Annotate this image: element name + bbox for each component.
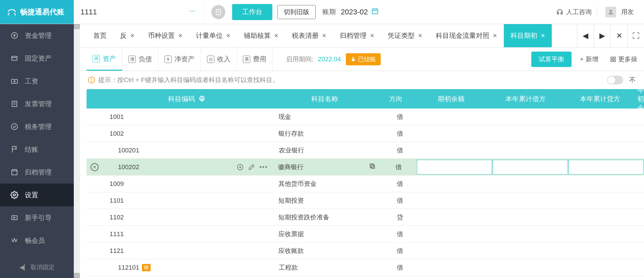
cell-credit[interactable] <box>569 259 644 276</box>
cell-balance[interactable] <box>418 109 493 125</box>
cell-debit[interactable] <box>493 125 569 142</box>
sidebar-item-archive[interactable]: 归档管理 <box>0 161 74 184</box>
cell-balance[interactable] <box>418 242 493 259</box>
cell-balance[interactable] <box>418 226 493 242</box>
tab-0[interactable]: 首页 <box>87 24 113 47</box>
consult-button[interactable]: 人工咨询 <box>556 8 592 16</box>
avatar[interactable] <box>605 7 616 17</box>
tab-expand[interactable]: ⛶ <box>627 24 644 47</box>
cell-balance[interactable] <box>418 176 493 192</box>
table-row[interactable]: 1101 短期投资 借 <box>87 192 644 209</box>
sidebar-item-fund[interactable]: 资金管理 <box>0 24 74 47</box>
more-icon[interactable]: ••• <box>259 163 268 171</box>
cell-credit[interactable] <box>569 160 644 175</box>
delete-icon[interactable]: ✕ <box>91 163 99 171</box>
add-child-icon[interactable] <box>236 163 244 171</box>
close-icon[interactable]: ✕ <box>322 32 326 39</box>
cell-credit[interactable] <box>569 125 644 142</box>
sidebar-item-tax[interactable]: 税务管理 <box>0 115 74 138</box>
sidebar-item-salary[interactable]: 工资 <box>0 70 74 92</box>
tab-close-all[interactable]: ✕ <box>610 24 627 47</box>
close-icon[interactable]: ✕ <box>178 32 182 39</box>
close-icon[interactable]: ✕ <box>418 32 422 39</box>
close-icon[interactable]: ✕ <box>274 32 278 39</box>
table-row[interactable]: 100201 农业银行 借 <box>87 142 644 159</box>
category-tab-1[interactable]: 债负债 <box>122 48 158 71</box>
cell-debit[interactable] <box>493 259 569 276</box>
gear-icon[interactable] <box>198 95 206 102</box>
tab-7[interactable]: 凭证类型✕ <box>381 24 429 47</box>
cell-debit[interactable] <box>493 109 569 125</box>
table-row[interactable]: 1001 现金 借 <box>87 109 644 125</box>
cell-balance[interactable] <box>418 259 493 276</box>
tab-4[interactable]: 辅助核算✕ <box>237 24 285 47</box>
close-icon[interactable]: ✕ <box>130 32 135 39</box>
copy-icon[interactable] <box>369 163 381 171</box>
more-button[interactable]: 更多操 <box>607 55 641 64</box>
cell-credit[interactable] <box>569 142 644 158</box>
unpin-button[interactable]: ◀▏ 取消固定 <box>0 263 74 271</box>
sidebar-item-settings[interactable]: 设置 <box>0 184 74 206</box>
tab-8[interactable]: 科目现金流量对照✕ <box>429 24 504 47</box>
sidebar-scrollbar[interactable] <box>74 24 80 278</box>
cell-debit[interactable] <box>493 160 568 175</box>
trial-balance-button[interactable]: 试算平衡 <box>531 52 572 67</box>
table-row[interactable]: 1002 银行存款 借 <box>87 125 644 142</box>
cell-debit[interactable] <box>493 192 569 209</box>
close-icon[interactable]: ✕ <box>541 32 545 39</box>
cell-balance[interactable] <box>418 209 493 225</box>
sidebar-item-guide[interactable]: 新手引导 <box>0 206 74 229</box>
cell-debit[interactable] <box>493 209 569 225</box>
category-tab-0[interactable]: 商资产 <box>87 48 122 71</box>
close-icon[interactable]: ✕ <box>493 32 497 39</box>
cell-credit[interactable] <box>569 242 644 259</box>
switch-old-button[interactable]: 切到旧版 <box>277 5 316 19</box>
sidebar-item-asset[interactable]: 固定资产 <box>0 47 74 70</box>
sidebar-item-vip[interactable]: 畅会员 <box>0 229 74 252</box>
cell-credit[interactable] <box>569 226 644 242</box>
workspace-button[interactable]: 工作台 <box>232 4 272 20</box>
table-row[interactable]: 1009 其他货币资金 借 <box>87 176 644 192</box>
tab-9[interactable]: 科目期初✕ <box>504 24 552 47</box>
tab-1[interactable]: 反✕ <box>113 24 141 47</box>
row-check[interactable]: ✕ <box>87 163 103 171</box>
sidebar-item-invoice[interactable]: 发票管理 <box>0 92 74 115</box>
tab-6[interactable]: 归档管理✕ <box>333 24 381 47</box>
cell-debit[interactable] <box>493 226 569 242</box>
tab-5[interactable]: 税表清册✕ <box>285 24 333 47</box>
cell-credit[interactable] <box>569 109 644 125</box>
table-row[interactable]: ✕ 100202 ••• 徽商银行 借 <box>87 159 644 176</box>
add-button[interactable]: +新增 <box>577 55 602 64</box>
cell-balance[interactable] <box>418 125 493 142</box>
edit-icon[interactable] <box>248 163 255 171</box>
category-tab-2[interactable]: ¥净资产 <box>158 48 201 71</box>
cell-debit[interactable] <box>493 142 569 158</box>
cell-balance[interactable] <box>418 142 493 158</box>
table-row[interactable]: 1102 短期投资跌价准备 贷 <box>87 209 644 226</box>
company-input[interactable] <box>80 8 198 16</box>
table-row[interactable]: 1121 应收账款 借 <box>87 242 644 259</box>
cell-debit[interactable] <box>493 242 569 259</box>
table-row[interactable]: 1111 应收票据 借 <box>87 226 644 242</box>
cell-balance[interactable] <box>417 160 492 175</box>
tab-prev[interactable]: ◀ <box>577 24 594 47</box>
tab-next[interactable]: ▶ <box>594 24 610 47</box>
cell-credit[interactable] <box>569 192 644 209</box>
sidebar-item-close[interactable]: 结账 <box>0 138 74 161</box>
scroll-up[interactable] <box>74 24 80 29</box>
company-selector[interactable]: ﹀ <box>74 0 205 24</box>
tab-3[interactable]: 计量单位✕ <box>189 24 237 47</box>
category-tab-3[interactable]: ◎收入 <box>201 48 237 71</box>
document-button[interactable] <box>211 5 225 19</box>
table-row[interactable]: 112101辅 工程款 借 <box>87 259 644 276</box>
close-icon[interactable]: ✕ <box>226 32 230 39</box>
toggle-switch[interactable] <box>607 76 623 84</box>
category-tab-4[interactable]: 票费用 <box>237 48 273 71</box>
cell-credit[interactable] <box>569 209 644 225</box>
calendar-icon[interactable] <box>371 7 379 17</box>
cell-debit[interactable] <box>493 176 569 192</box>
cell-balance[interactable] <box>418 192 493 209</box>
scroll-down[interactable] <box>74 273 80 278</box>
close-icon[interactable]: ✕ <box>370 32 374 39</box>
tab-2[interactable]: 币种设置✕ <box>141 24 189 47</box>
